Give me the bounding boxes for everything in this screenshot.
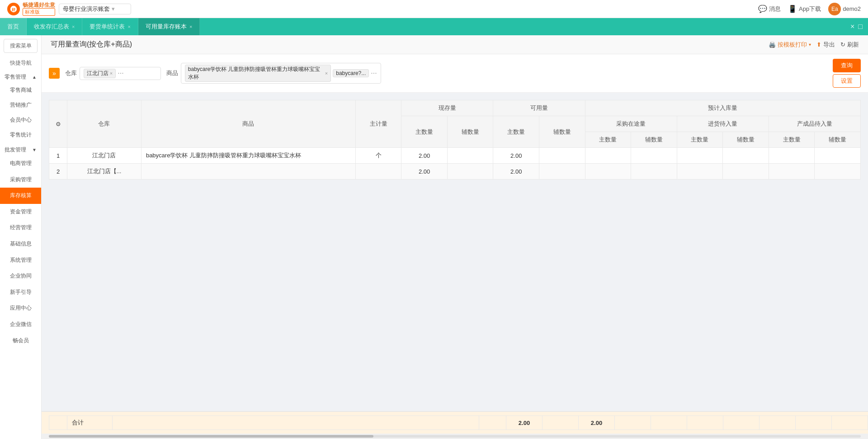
td-avail-aux — [539, 148, 585, 164]
table-header-row-1: ⚙ 仓库 商品 主计量 现存量 — [49, 100, 861, 116]
td-pur-transit-aux — [631, 148, 677, 164]
footer-table: 合计 2.00 2.00 — [49, 415, 868, 430]
sidebar-search-area: 搜索菜单 — [0, 35, 41, 57]
user-area[interactable]: Ea demo2 — [828, 3, 861, 15]
sidebar-item-enterprise-collab[interactable]: 企业协同 — [0, 268, 41, 284]
td-product — [141, 164, 355, 179]
th-inc-aux: 辅数量 — [723, 132, 769, 148]
sidebar-item-retail-stats[interactable]: 零售统计 — [0, 127, 41, 142]
settings-btn[interactable]: 设置 — [833, 74, 861, 88]
th-available: 可用量 — [493, 100, 585, 116]
sidebar-item-purchase-mgmt[interactable]: 采购管理 — [0, 172, 41, 188]
close-icon[interactable]: × — [72, 24, 75, 29]
top-bar: 好 畅捷通好生意 标准版 母婴行业演示账套 ▾ 💬 消息 📱 App下载 Ea … — [0, 0, 868, 18]
table-row: 2 江北门店【... 2.00 2.00 — [49, 164, 861, 179]
filter-area: » 仓库 江北门店 × ··· 商品 babycare学饮杯 儿童防摔防撞吸管杯… — [42, 54, 868, 93]
logo-text: 畅捷通好生意 — [23, 2, 55, 8]
scroll-track[interactable] — [49, 435, 861, 438]
sidebar-item-system-mgmt[interactable]: 系统管理 — [0, 252, 41, 269]
th-prod-aux: 辅数量 — [815, 132, 861, 148]
sidebar-item-retail-mgmt[interactable]: 零售管理 ▲ — [0, 70, 41, 83]
product-tag-1: babycare学饮杯 儿童防摔防撞吸管杯重力球吸嘴杯宝宝水杯 × — [185, 65, 331, 82]
table-row: 1 江北门店 babycare学饮杯 儿童防摔防撞吸管杯重力球吸嘴杯宝宝水杯 个… — [49, 148, 861, 164]
filter-more-btn[interactable]: ··· — [371, 69, 377, 77]
sidebar-item-retail-mall[interactable]: 零售商城 — [0, 83, 41, 98]
chevron-icon: ▲ — [32, 75, 37, 80]
content-area: 可用量查询(按仓库+商品) 🖨️ 按模板打印 ▾ ⬆ 导出 ↻ 刷新 » — [42, 35, 868, 439]
footer-label: 合计 — [67, 416, 113, 430]
sidebar-item-new-guide[interactable]: 新手引导 — [0, 284, 41, 301]
scroll-thumb[interactable] — [49, 435, 373, 438]
top-bar-right: 💬 消息 📱 App下载 Ea demo2 — [758, 3, 861, 15]
td-stock-aux — [447, 148, 493, 164]
td-prod-main — [769, 148, 815, 164]
window-close-btn[interactable]: × — [850, 23, 854, 31]
refresh-btn[interactable]: ↻ 刷新 — [840, 41, 859, 49]
td-avail-main: 2.00 — [493, 148, 539, 164]
chevron-icon: ▼ — [32, 147, 37, 152]
th-production-pending: 产成品待入量 — [769, 116, 860, 132]
td-pur-transit-main — [585, 164, 631, 179]
sidebar-item-app-center[interactable]: 应用中心 — [0, 300, 41, 316]
th-planned-in: 预计入库量 — [585, 100, 860, 116]
tab-receipts[interactable]: 收发存汇总表 × — [27, 18, 82, 35]
tag-close-icon[interactable]: × — [110, 71, 113, 76]
message-btn[interactable]: 💬 消息 — [758, 5, 781, 13]
sidebar-item-member-vip[interactable]: 畅会员 — [0, 333, 41, 349]
print-btn[interactable]: 🖨️ 按模板打印 ▾ — [769, 41, 811, 49]
tab-order-stats[interactable]: 要货单统计表 × — [82, 18, 138, 35]
sidebar-item-ecommerce-mgmt[interactable]: 电商管理 — [0, 156, 41, 172]
th-incoming-pending: 进货待入量 — [677, 116, 769, 132]
product-tag-2: babycare?... — [333, 69, 369, 77]
close-icon[interactable]: × — [189, 24, 192, 29]
td-product: babycare学饮杯 儿童防摔防撞吸管杯重力球吸嘴杯宝宝水杯 — [141, 148, 355, 164]
footer-avail-main: 2.00 — [579, 416, 615, 430]
filter-more-btn[interactable]: ··· — [118, 69, 123, 77]
table-container: ⚙ 仓库 商品 主计量 现存量 — [42, 93, 868, 255]
top-bar-left: 好 畅捷通好生意 标准版 母婴行业演示账套 ▾ — [7, 2, 131, 16]
sidebar-item-enterprise-wechat[interactable]: 企业微信 — [0, 316, 41, 333]
sidebar-item-members[interactable]: 会员中心 — [0, 113, 41, 127]
product-filter: 商品 babycare学饮杯 儿童防摔防撞吸管杯重力球吸嘴杯宝宝水杯 × bab… — [166, 63, 381, 84]
sidebar-item-finance-mgmt[interactable]: 资金管理 — [0, 204, 41, 220]
industry-selector[interactable]: 母婴行业演示账套 ▾ — [59, 4, 131, 14]
search-menu-btn[interactable]: 搜索菜单 — [4, 39, 38, 53]
tab-available-stock[interactable]: 可用量库存账本 × — [138, 18, 200, 35]
td-index: 2 — [49, 164, 67, 179]
td-pur-transit-aux — [631, 164, 677, 179]
tab-home[interactable]: 首页 — [0, 18, 27, 35]
app-download-btn[interactable]: 📱 App下载 — [788, 5, 821, 13]
sidebar-item-basic-info[interactable]: 基础信息 — [0, 236, 41, 252]
td-warehouse: 江北门店 — [67, 148, 142, 164]
settings-col[interactable]: ⚙ — [49, 100, 67, 148]
sidebar-item-operations-mgmt[interactable]: 经营管理 — [0, 220, 41, 236]
export-btn[interactable]: ⬆ 导出 — [816, 41, 835, 49]
td-stock-aux — [447, 164, 493, 179]
td-stock-main: 2.00 — [401, 164, 448, 179]
close-icon[interactable]: × — [127, 24, 130, 29]
th-stock-main-qty: 主数量 — [401, 116, 448, 148]
message-icon: 💬 — [758, 5, 767, 13]
sidebar-item-marketing[interactable]: 营销推广 — [0, 98, 41, 113]
svg-text:好: 好 — [11, 7, 16, 11]
th-pur-main: 主数量 — [585, 132, 631, 148]
footer-stock-main: 2.00 — [506, 416, 542, 430]
filter-expand-btn[interactable]: » — [49, 68, 60, 79]
quick-nav-btn[interactable]: 快捷导航 — [0, 57, 41, 70]
query-btn[interactable]: 查询 — [833, 59, 861, 72]
sidebar-item-inventory-check[interactable]: 库存核算 — [0, 188, 41, 204]
th-avail-main-qty: 主数量 — [493, 116, 539, 148]
tag-close-icon[interactable]: × — [325, 71, 328, 76]
product-tag-area[interactable]: babycare学饮杯 儿童防摔防撞吸管杯重力球吸嘴杯宝宝水杯 × babyca… — [181, 63, 381, 84]
scrollbar-area — [42, 434, 868, 439]
chevron-down-icon: ▾ — [112, 5, 115, 12]
td-warehouse: 江北门店【... — [67, 164, 142, 179]
nav-tabs: 首页 收发存汇总表 × 要货单统计表 × 可用量库存账本 × × □ — [0, 18, 868, 35]
warehouse-tag-area[interactable]: 江北门店 × ··· — [80, 67, 161, 80]
filter-right-btns: 查询 设置 — [833, 59, 861, 88]
window-max-btn[interactable]: □ — [858, 23, 863, 31]
table-footer: 合计 2.00 2.00 — [42, 411, 868, 434]
td-main-unit — [355, 164, 401, 179]
product-label: 商品 — [166, 69, 178, 77]
sidebar-item-wholesale-mgmt[interactable]: 批发管理 ▼ — [0, 142, 41, 156]
